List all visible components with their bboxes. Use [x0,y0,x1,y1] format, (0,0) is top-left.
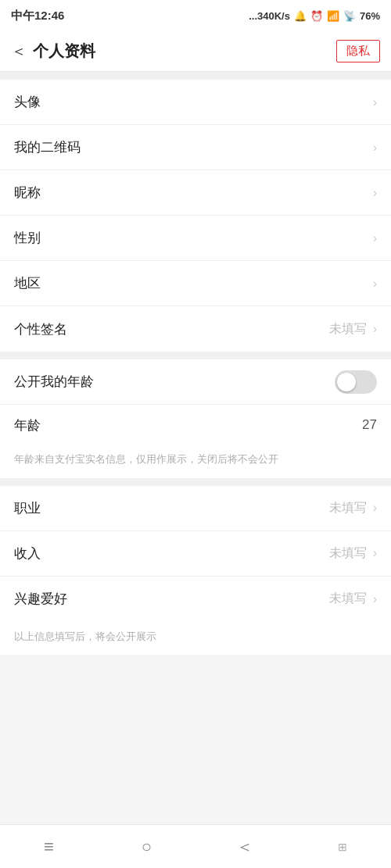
income-chevron-icon: › [373,546,377,560]
income-item[interactable]: 收入 未填写 › [0,531,391,577]
income-label: 收入 [14,545,41,563]
bottom-nav: ≡ ○ ＜ ⊞ [0,824,391,868]
bottom-spacer [0,655,391,709]
nickname-item[interactable]: 昵称 › [0,170,391,216]
page-title: 个人资料 [33,41,95,62]
network-status: ...340K/s [249,10,290,22]
qrcode-chevron-icon: › [373,141,377,155]
income-value: 未填写 [329,545,367,562]
nav-bar: ＜ 个人资料 隐私 [0,31,391,72]
signal-icon: 📶 [327,10,339,22]
public-age-label: 公开我的年龄 [14,373,94,391]
back-button[interactable]: ＜ 个人资料 [11,41,95,62]
region-right: › [371,277,377,291]
signature-label: 个性签名 [14,320,67,338]
occupation-label: 职业 [14,499,41,517]
public-age-toggle-item[interactable]: 公开我的年龄 [0,359,391,405]
public-display-note: 以上信息填写后，将会公开展示 [0,622,391,655]
occupation-value: 未填写 [329,500,367,516]
gender-chevron-icon: › [373,231,377,245]
alarm-icon: 🔔 [294,10,307,22]
signature-value: 未填写 [329,321,367,338]
avatar-right: › [371,95,377,109]
occupation-item[interactable]: 职业 未填写 › [0,486,391,531]
battery-status: 76% [360,10,380,22]
age-toggle-switch[interactable] [335,370,377,394]
avatar-chevron-icon: › [373,95,377,109]
nickname-label: 昵称 [14,184,41,202]
nav-menu-button[interactable]: ≡ [0,837,98,857]
menu-icon: ≡ [44,837,54,857]
age-note: 年龄来自支付宝实名信息，仅用作展示，关闭后将不会公开 [0,445,391,478]
wifi-icon: 📡 [343,10,356,22]
qrcode-label: 我的二维码 [14,138,81,156]
toggle-knob [337,373,356,391]
income-right: 未填写 › [329,545,377,562]
nickname-chevron-icon: › [373,186,377,200]
age-item: 年龄 27 [0,405,391,445]
section3-divider [0,478,391,486]
clock-icon: ⏰ [310,10,323,22]
interests-label: 兴趣爱好 [14,590,67,608]
region-chevron-icon: › [373,277,377,291]
extra-info-section: 职业 未填写 › 收入 未填写 › 兴趣爱好 未填写 › 以上信息填写后，将会公… [0,486,391,655]
occupation-right: 未填写 › [329,500,377,516]
nav-back-button[interactable]: ＜ [196,835,293,859]
status-bar: 中午12:46 ...340K/s 🔔 ⏰ 📶 📡 76% [0,0,391,31]
gender-right: › [371,231,377,245]
interests-item[interactable]: 兴趣爱好 未填写 › [0,577,391,622]
privacy-button[interactable]: 隐私 [336,40,380,63]
avatar-item[interactable]: 头像 › [0,80,391,125]
section2-divider [0,352,391,359]
occupation-chevron-icon: › [373,501,377,515]
profile-section: 头像 › 我的二维码 › 昵称 › 性别 › 地区 › 个性签名 未填写 › [0,80,391,352]
nav-home-button[interactable]: ○ [98,837,196,857]
back-arrow-icon: ＜ [11,41,27,62]
signature-right: 未填写 › [329,321,377,338]
age-label: 年龄 [14,416,41,434]
avatar-label: 头像 [14,93,41,111]
qrcode-item[interactable]: 我的二维码 › [0,125,391,170]
region-label: 地区 [14,274,41,292]
home-icon: ○ [142,837,152,857]
interests-chevron-icon: › [373,592,377,606]
region-item[interactable]: 地区 › [0,261,391,306]
interests-right: 未填写 › [329,591,377,607]
signature-chevron-icon: › [373,322,377,336]
age-value: 27 [362,417,377,433]
back-nav-icon: ＜ [236,835,253,859]
nav-extra-button[interactable]: ⊞ [293,841,391,853]
qrcode-right: › [371,141,377,155]
extra-icon: ⊞ [338,841,347,853]
nickname-right: › [371,186,377,200]
status-time: 中午12:46 [11,9,64,23]
top-divider [0,72,391,80]
interests-value: 未填写 [329,591,367,607]
gender-item[interactable]: 性别 › [0,216,391,261]
status-icons: ...340K/s 🔔 ⏰ 📶 📡 76% [249,10,380,22]
age-section: 公开我的年龄 年龄 27 年龄来自支付宝实名信息，仅用作展示，关闭后将不会公开 [0,359,391,478]
gender-label: 性别 [14,229,41,247]
signature-item[interactable]: 个性签名 未填写 › [0,306,391,352]
